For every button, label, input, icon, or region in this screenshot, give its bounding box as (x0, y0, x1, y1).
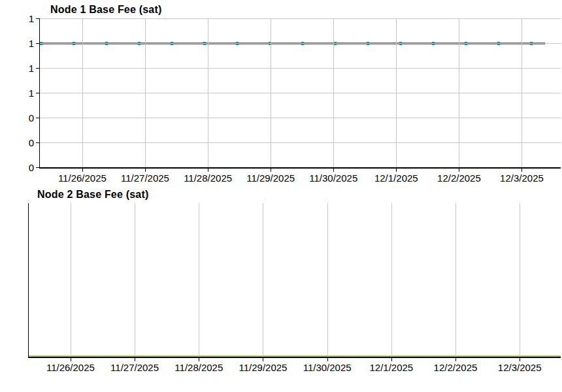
vertical-gridline (455, 203, 456, 357)
x-tick-label: 11/30/2025 (309, 172, 357, 184)
x-tick-label: 11/27/2025 (110, 362, 159, 373)
vertical-gridline (71, 203, 71, 357)
y-tick-mark (36, 142, 39, 143)
x-tick-label: 11/26/2025 (58, 172, 107, 184)
horizontal-gridline (40, 142, 561, 143)
vertical-gridline (135, 203, 135, 357)
node2-plot-area: 11/26/202511/27/202511/28/202511/29/2025… (28, 203, 561, 358)
x-tick-label: 12/2/2025 (434, 362, 478, 373)
x-tick-mark (208, 169, 208, 172)
x-tick-label: 12/2/2025 (437, 172, 481, 184)
x-tick-mark (199, 358, 199, 361)
x-tick-mark (333, 169, 334, 172)
y-tick-mark (36, 118, 39, 118)
x-tick-label: 11/29/2025 (239, 362, 288, 373)
vertical-gridline (520, 203, 520, 357)
x-tick-mark (521, 169, 522, 172)
horizontal-gridline (40, 18, 561, 19)
x-tick-mark (135, 358, 135, 361)
x-tick-mark (82, 169, 83, 172)
x-tick-label: 12/3/2025 (500, 172, 544, 184)
x-tick-label: 11/28/2025 (184, 172, 232, 184)
y-tick-mark (36, 167, 39, 168)
y-tick-mark (36, 68, 39, 69)
y-tick-label: 1 (29, 38, 34, 49)
y-tick-mark (36, 18, 39, 19)
x-tick-mark (145, 169, 146, 172)
x-tick-label: 12/1/2025 (374, 172, 418, 184)
x-tick-mark (520, 358, 520, 361)
y-tick-mark (36, 43, 39, 44)
y-tick-mark (36, 93, 39, 93)
y-tick-label: 0 (29, 112, 34, 123)
x-tick-mark (71, 358, 71, 361)
node2-series-line (29, 355, 561, 357)
x-tick-mark (391, 358, 392, 361)
node2-chart-title: Node 2 Base Fee (sat) (37, 189, 148, 201)
x-tick-mark (263, 358, 263, 361)
x-tick-mark (459, 169, 459, 172)
x-tick-label: 12/1/2025 (369, 362, 413, 373)
x-tick-mark (396, 169, 397, 172)
x-tick-label: 11/26/2025 (46, 362, 95, 373)
horizontal-gridline (40, 68, 561, 69)
y-tick-label: 1 (29, 13, 34, 24)
x-tick-label: 11/29/2025 (246, 172, 295, 184)
y-tick-label: 0 (29, 162, 34, 173)
horizontal-gridline (40, 118, 561, 118)
charts-canvas: { "page": { "background": "#ffffff" }, "… (0, 0, 562, 392)
y-tick-label: 0 (29, 137, 34, 148)
vertical-gridline (199, 203, 199, 357)
horizontal-gridline (40, 93, 561, 93)
x-tick-label: 11/28/2025 (174, 362, 223, 373)
x-tick-mark (327, 358, 328, 361)
vertical-gridline (391, 203, 392, 357)
vertical-gridline (263, 203, 263, 357)
x-tick-mark (271, 169, 271, 172)
y-tick-label: 1 (29, 62, 34, 73)
y-tick-label: 1 (29, 88, 34, 99)
node1-plot-area: 11/26/202511/27/202511/28/202511/29/2025… (39, 18, 561, 169)
node1-base-fee-chart: Node 1 Base Fee (sat) 11/26/202511/27/20… (0, 0, 562, 186)
x-tick-mark (455, 358, 456, 361)
node1-chart-title: Node 1 Base Fee (sat) (50, 4, 161, 16)
vertical-gridline (327, 203, 328, 357)
horizontal-gridline (40, 43, 561, 44)
x-tick-label: 12/3/2025 (498, 362, 542, 373)
x-tick-label: 11/30/2025 (303, 362, 352, 373)
x-tick-label: 11/27/2025 (121, 172, 169, 184)
node2-base-fee-chart: Node 2 Base Fee (sat) 11/26/202511/27/20… (0, 186, 562, 392)
